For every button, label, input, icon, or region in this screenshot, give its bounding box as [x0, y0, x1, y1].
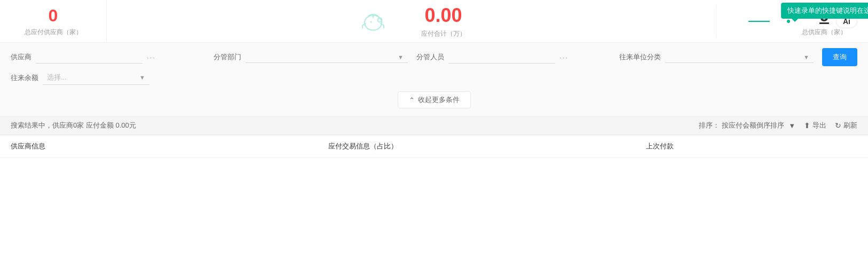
stats-middle: 0.00 应付合计（万）	[107, 0, 716, 42]
dept-select[interactable]: ▼	[246, 52, 408, 63]
dept-filter-group: 分管部门 ▼	[214, 52, 408, 63]
person-dots-button[interactable]: ···	[559, 53, 569, 61]
filter-row-1: 供应商 ··· 分管部门 ▼ 分管人员 ··· 往来单位分类 ▼	[11, 48, 857, 66]
svg-point-2	[370, 21, 372, 22]
collapse-arrow-icon: ⌃	[409, 96, 415, 104]
payable-total-label: 应付合计（万）	[421, 29, 466, 38]
results-bar: 搜索结果中，供应商0家 应付金额 0.00元 排序： 按应付会额倒序排序 ▼ ⬆…	[0, 116, 868, 135]
dept-arrow-icon: ▼	[398, 54, 404, 60]
export-button[interactable]: ⬆ 导出	[804, 121, 826, 130]
payable-suppliers-number: 0	[49, 5, 58, 26]
col-payable-transaction: 应付交易信息（占比）	[328, 142, 646, 151]
sort-arrow-icon: ▼	[788, 122, 795, 130]
results-info: 搜索结果中，供应商0家 应付金额 0.00元	[11, 121, 136, 130]
balance-filter-group: 往来余额 选择... ▼	[11, 70, 182, 85]
balance-placeholder: 选择...	[47, 73, 67, 82]
table-body	[0, 158, 868, 275]
stat-payable-suppliers: 0 总应付供应商（家）	[0, 0, 107, 42]
collapse-row: ⌃ 收起更多条件	[11, 89, 857, 111]
payable-suppliers-label: 总应付供应商（家）	[25, 28, 82, 37]
sort-select[interactable]: 排序： 按应付会额倒序排序 ▼	[699, 121, 795, 130]
export-label: 导出	[812, 121, 826, 130]
supplier-label: 供应商	[11, 52, 31, 62]
person-filter-group: 分管人员 ···	[416, 51, 611, 64]
payable-total-number: 0.00	[424, 4, 462, 27]
balance-select[interactable]: 选择... ▼	[43, 70, 149, 85]
refresh-button[interactable]: ↻ 刷新	[835, 121, 857, 130]
unit-category-arrow-icon: ▼	[803, 54, 809, 60]
balance-label: 往来余额	[11, 73, 38, 83]
piggy-bank-icon	[357, 5, 389, 37]
unit-category-label: 往来单位分类	[619, 52, 661, 62]
tooltip-line	[748, 21, 770, 22]
table-header: 供应商信息 应付交易信息（占比） 上次付款	[0, 135, 868, 158]
unit-category-filter-group: 往来单位分类 ▼	[619, 52, 814, 63]
query-button[interactable]: 查询	[822, 48, 857, 66]
tooltip-dot	[786, 19, 791, 24]
supplier-filter-group: 供应商 ···	[11, 51, 205, 64]
sort-value: 按应付会额倒序排序	[722, 121, 784, 130]
filter-bar: 供应商 ··· 分管部门 ▼ 分管人员 ··· 往来单位分类 ▼	[0, 43, 868, 116]
refresh-icon: ↻	[835, 121, 841, 130]
tooltip-text: 快速录单的快捷键说明在这里	[787, 6, 868, 15]
filter-row-2: 往来余额 选择... ▼	[11, 70, 857, 85]
export-icon: ⬆	[804, 121, 810, 130]
total-suppliers-label: 总供应商（家）	[802, 28, 847, 37]
person-input[interactable]	[448, 51, 555, 64]
collapse-button[interactable]: ⌃ 收起更多条件	[398, 91, 471, 108]
sort-label: 排序：	[699, 121, 720, 130]
dept-label: 分管部门	[214, 52, 241, 62]
unit-category-select[interactable]: ▼	[665, 52, 814, 63]
supplier-input[interactable]	[36, 51, 143, 64]
person-label: 分管人员	[416, 52, 444, 62]
collapse-label: 收起更多条件	[418, 95, 460, 105]
supplier-dots-button[interactable]: ···	[147, 53, 156, 61]
col-last-payment: 上次付款	[646, 142, 858, 151]
tooltip-bubble: 快速录单的快捷键说明在这里 ×	[781, 3, 868, 19]
results-actions: 排序： 按应付会额倒序排序 ▼ ⬆ 导出 ↻ 刷新	[699, 121, 857, 130]
balance-arrow-icon: ▼	[139, 74, 145, 81]
refresh-label: 刷新	[843, 121, 857, 130]
stats-bar: 0 总应付供应商（家） 0.00 应付合计（万） 快速录单的快捷键	[0, 0, 868, 43]
col-supplier-info: 供应商信息	[11, 142, 328, 151]
